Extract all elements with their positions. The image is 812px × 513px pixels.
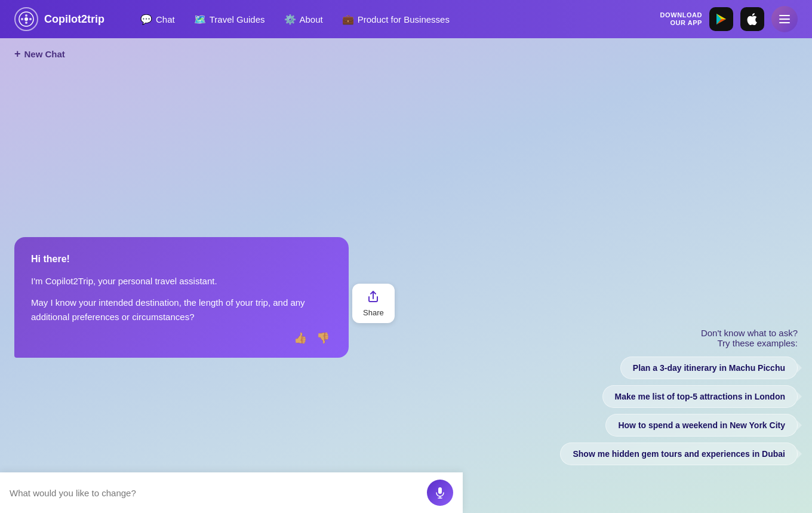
nav-item-about[interactable]: ⚙️ About [277, 10, 330, 29]
main-content: + New Chat Hi there! I'm Copilot2Trip, y… [0, 38, 812, 513]
suggestion-machu-picchu[interactable]: Plan a 3-day itinerary in Machu Picchu [620, 357, 798, 379]
microphone-button[interactable] [427, 480, 453, 506]
dont-know-text: Don't know what to ask? Try these exampl… [701, 328, 798, 348]
chat-area: Hi there! I'm Copilot2Trip, your persona… [0, 70, 812, 513]
download-label: DOWNLOAD OUR APP [660, 11, 702, 27]
chat-nav-icon: 💬 [140, 14, 152, 25]
logo-icon [14, 7, 38, 31]
new-chat-button[interactable]: + New Chat [0, 38, 812, 70]
menu-line-3 [779, 22, 790, 23]
chat-input[interactable] [10, 488, 420, 498]
nav-item-travel-guides[interactable]: 🗺️ Travel Guides [187, 10, 272, 29]
svg-point-2 [25, 14, 27, 17]
brand-name: Copilot2trip [44, 13, 104, 26]
svg-rect-11 [438, 487, 442, 494]
plus-icon: + [14, 48, 21, 60]
navbar: Copilot2trip 💬 Chat 🗺️ Travel Guides ⚙️ … [0, 0, 812, 38]
ai-message-bubble: Hi there! I'm Copilot2Trip, your persona… [14, 237, 349, 358]
suggestions-section: Don't know what to ask? Try these exampl… [560, 328, 798, 465]
nav-item-product-businesses[interactable]: 💼 Product for Businesses [335, 10, 457, 29]
ai-message-actions: 👍 👎 [31, 330, 332, 346]
apple-badge[interactable] [740, 7, 764, 31]
nav-label-businesses: Product for Businesses [358, 14, 450, 24]
svg-point-4 [25, 21, 27, 24]
share-icon [367, 290, 380, 306]
ai-message-wrapper: Hi there! I'm Copilot2Trip, your persona… [14, 237, 349, 358]
share-button[interactable]: Share [352, 284, 395, 323]
microphone-icon [434, 487, 446, 499]
nav-right: DOWNLOAD OUR APP [660, 6, 798, 32]
about-icon: ⚙️ [284, 14, 296, 25]
thumbs-down-button[interactable]: 👎 [314, 330, 332, 346]
google-play-badge[interactable] [709, 7, 733, 31]
input-bar [0, 472, 463, 513]
svg-point-5 [24, 17, 28, 21]
menu-line-2 [779, 19, 790, 20]
share-button-wrapper: Share [352, 284, 395, 323]
travel-guides-icon: 🗺️ [194, 14, 206, 25]
ai-intro: I'm Copilot2Trip, your personal travel a… [31, 274, 332, 288]
nav-items: 💬 Chat 🗺️ Travel Guides ⚙️ About 💼 Produ… [133, 10, 641, 29]
suggestion-london[interactable]: Make me list of top-5 attractions in Lon… [602, 385, 798, 408]
thumbs-up-button[interactable]: 👍 [291, 330, 309, 346]
ai-greeting: Hi there! [31, 251, 332, 267]
ai-question: May I know your intended destination, th… [31, 296, 332, 324]
nav-label-chat: Chat [156, 14, 175, 24]
nav-label-travel-guides: Travel Guides [210, 14, 265, 24]
nav-item-chat[interactable]: 💬 Chat [133, 10, 182, 29]
menu-line-1 [779, 15, 790, 16]
svg-point-3 [29, 18, 32, 20]
suggestion-dubai[interactable]: Show me hidden gem tours and experiences… [560, 443, 798, 465]
nav-label-about: About [300, 14, 323, 24]
new-chat-label: New Chat [24, 49, 65, 59]
svg-point-1 [21, 18, 23, 20]
logo-area[interactable]: Copilot2trip [14, 7, 104, 31]
hamburger-menu-button[interactable] [771, 6, 798, 32]
suggestion-nyc[interactable]: How to spend a weekend in New York City [605, 414, 798, 437]
businesses-icon: 💼 [342, 14, 354, 25]
share-label: Share [363, 308, 384, 317]
